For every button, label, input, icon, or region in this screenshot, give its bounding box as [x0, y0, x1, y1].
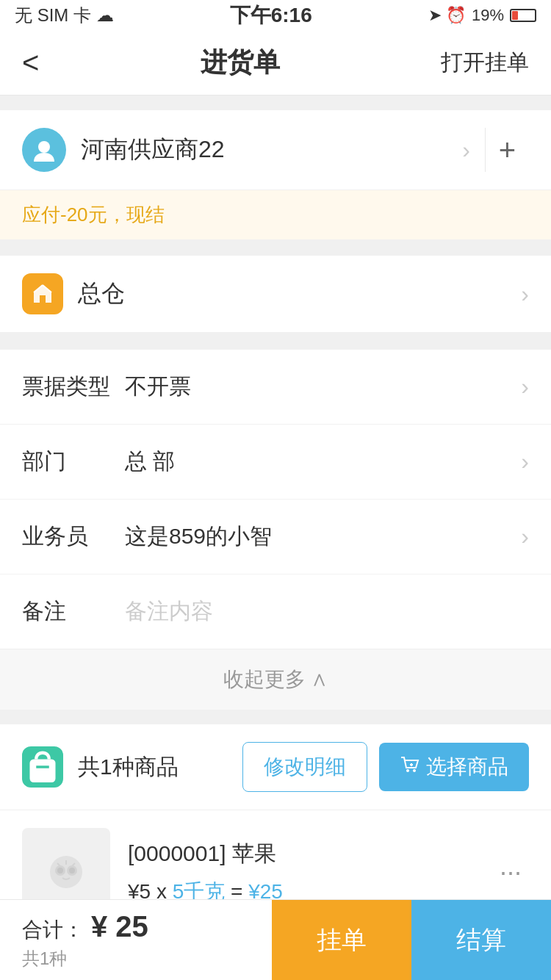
supplier-section: 河南供应商22 › + 应付-20元，现结 — [0, 110, 551, 239]
product-info: [0000001] 苹果 ¥5 x 5千克 = ¥25 — [128, 839, 492, 906]
form-section: 票据类型 不开票 › 部门 总 部 › 业务员 这是859的小智 › 备注 备注… — [0, 350, 551, 649]
product-count: 共1种商品 — [78, 752, 242, 782]
product-code: [0000001] — [128, 841, 226, 865]
svg-point-12 — [69, 868, 75, 873]
cart-icon — [400, 755, 420, 779]
edit-detail-button[interactable]: 修改明细 — [242, 742, 367, 792]
battery-icon: ➤ ⏰ — [428, 6, 466, 25]
battery-bar — [510, 9, 536, 22]
select-product-label: 选择商品 — [426, 753, 508, 781]
remark-label: 备注 — [22, 597, 125, 627]
invoice-type-label: 票据类型 — [22, 372, 125, 402]
supplier-notice: 应付-20元，现结 — [0, 190, 551, 239]
salesperson-label: 业务员 — [22, 522, 125, 552]
battery-percent: 19% — [472, 6, 504, 25]
hang-button[interactable]: 挂单 — [272, 900, 411, 980]
divider-1 — [0, 241, 551, 256]
svg-point-5 — [413, 769, 416, 772]
divider-3 — [0, 710, 551, 724]
total-amount: ¥ 25 — [91, 910, 148, 943]
page-title: 进货单 — [201, 45, 280, 81]
back-button[interactable]: < — [22, 46, 39, 79]
open-pending-button[interactable]: 打开挂单 — [441, 48, 529, 78]
svg-point-4 — [406, 769, 409, 772]
person-icon — [31, 137, 57, 163]
warehouse-chevron-icon: › — [521, 281, 529, 308]
invoice-type-value: 不开票 — [125, 372, 521, 402]
supplier-chevron-icon: › — [462, 137, 470, 164]
department-row[interactable]: 部门 总 部 › — [0, 425, 551, 500]
supplier-row[interactable]: 河南供应商22 › + — [0, 110, 551, 190]
svg-point-0 — [38, 141, 50, 153]
product-name: [0000001] 苹果 — [128, 839, 492, 869]
sim-status: 无 SIM 卡 ☁ — [15, 4, 114, 27]
warehouse-icon — [22, 273, 63, 314]
svg-rect-2 — [30, 760, 56, 783]
bag-icon — [22, 746, 63, 788]
product-title: 苹果 — [232, 841, 276, 865]
top-divider — [0, 96, 551, 110]
status-left: 无 SIM 卡 ☁ — [15, 4, 114, 27]
checkout-button[interactable]: 结算 — [411, 900, 551, 980]
status-time: 下午6:16 — [230, 1, 312, 29]
salesperson-value: 这是859的小智 — [125, 522, 521, 552]
house-icon — [31, 282, 54, 306]
remark-row[interactable]: 备注 备注内容 — [0, 574, 551, 649]
salesperson-row[interactable]: 业务员 这是859的小智 › — [0, 500, 551, 574]
total-sub: 共1种 — [22, 947, 250, 970]
collapse-bar[interactable]: 收起更多 ∧ — [0, 649, 551, 710]
warehouse-section: 总仓 › — [0, 256, 551, 332]
warehouse-name: 总仓 — [78, 278, 521, 310]
nav-bar: < 进货单 打开挂单 — [0, 31, 551, 96]
svg-rect-1 — [40, 295, 46, 303]
product-more-button[interactable]: ··· — [492, 849, 529, 895]
svg-point-11 — [57, 868, 63, 873]
supplier-avatar — [22, 128, 66, 172]
product-header: 共1种商品 修改明细 选择商品 — [0, 724, 551, 810]
total-label: 合计： — [22, 916, 84, 944]
total-line: 合计： ¥ 25 — [22, 910, 250, 944]
invoice-chevron-icon: › — [521, 373, 529, 400]
select-product-button[interactable]: 选择商品 — [379, 743, 529, 791]
bottom-bar: 合计： ¥ 25 共1种 挂单 结算 — [0, 899, 551, 980]
department-label: 部门 — [22, 447, 125, 477]
salesperson-chevron-icon: › — [521, 523, 529, 550]
remark-value: 备注内容 — [125, 597, 529, 627]
invoice-type-row[interactable]: 票据类型 不开票 › — [0, 350, 551, 425]
warehouse-row[interactable]: 总仓 › — [0, 256, 551, 332]
department-chevron-icon: › — [521, 448, 529, 475]
divider-2 — [0, 334, 551, 348]
status-right: ➤ ⏰ 19% — [428, 6, 536, 25]
add-supplier-button[interactable]: + — [485, 128, 529, 172]
status-bar: 无 SIM 卡 ☁ 下午6:16 ➤ ⏰ 19% — [0, 0, 551, 31]
supplier-name: 河南供应商22 — [81, 134, 462, 166]
owl-icon — [44, 850, 88, 894]
product-icon — [22, 746, 63, 788]
department-value: 总 部 — [125, 447, 521, 477]
total-section: 合计： ¥ 25 共1种 — [0, 900, 272, 980]
